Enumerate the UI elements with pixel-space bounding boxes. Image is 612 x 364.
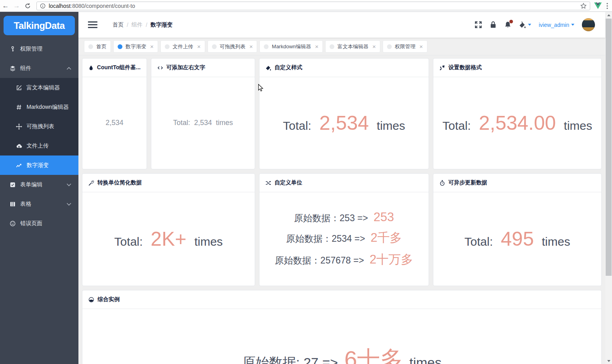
notification-bell-icon[interactable] bbox=[504, 21, 511, 28]
pound-icon bbox=[16, 104, 22, 110]
card-title: 自定义单位 bbox=[259, 174, 429, 192]
close-icon[interactable] bbox=[315, 44, 318, 49]
stopwatch-icon bbox=[439, 180, 445, 186]
address-bar[interactable]: localhost:8080/component/count-to bbox=[36, 2, 590, 10]
compose-icon bbox=[16, 85, 22, 91]
shuffle-icon bbox=[265, 180, 271, 186]
tag-markdown[interactable]: Markdown编辑器 bbox=[259, 40, 323, 53]
count-display: Total: 2,534 times bbox=[283, 112, 405, 135]
card-simplify-unit: 转换单位简化数据 Total: 2K+ times bbox=[82, 173, 255, 286]
breadcrumb-home[interactable]: 首页 bbox=[112, 21, 124, 28]
card-title: 自定义样式 bbox=[259, 59, 429, 77]
card-async-update: 可异步更新数据 Total: 495 times bbox=[433, 173, 602, 286]
theme-switcher[interactable] bbox=[519, 21, 531, 28]
card-title: CountTo组件基... bbox=[82, 59, 147, 77]
tag-dot bbox=[165, 44, 170, 49]
back-icon[interactable]: ← bbox=[0, 2, 11, 10]
chevron-down-icon bbox=[528, 24, 531, 26]
sidebar-item-rich-editor[interactable]: 富文本编辑器 bbox=[0, 78, 78, 97]
table-grid-icon bbox=[10, 201, 16, 207]
unit-row: 原始数据：257678 => 2十万多 bbox=[275, 251, 413, 268]
sidebar-item-table[interactable]: 表格 bbox=[0, 194, 78, 214]
chevron-down-icon bbox=[571, 24, 574, 26]
scrollbar-thumb[interactable] bbox=[606, 19, 612, 276]
browser-menu-icon[interactable] bbox=[606, 3, 608, 9]
sidebar-item-markdown[interactable]: Markdown编辑器 bbox=[0, 97, 78, 117]
card-custom-style: 自定义样式 Total: 2,534 times bbox=[259, 58, 429, 169]
user-dropdown[interactable]: iview_admin bbox=[539, 22, 574, 28]
card-title: 转换单位简化数据 bbox=[82, 174, 255, 192]
sidebar-item-label: 表格 bbox=[20, 201, 67, 208]
tag-draggable[interactable]: 可拖拽列表 bbox=[208, 40, 257, 53]
sidebar-item-label: 文件上传 bbox=[27, 142, 71, 150]
notification-badge bbox=[509, 20, 513, 23]
tag-upload[interactable]: 文件上传 bbox=[160, 40, 205, 53]
close-icon[interactable] bbox=[372, 44, 376, 49]
card-data-format: 设置数据格式 Total: 2,534.00 times bbox=[433, 58, 602, 169]
paint-bucket-icon bbox=[519, 21, 526, 28]
scrollbar-down-arrow[interactable] bbox=[605, 358, 612, 364]
sidebar-item-label: 权限管理 bbox=[20, 46, 71, 53]
sidebar-item-draggable[interactable]: 可拖拽列表 bbox=[0, 117, 78, 136]
tag-permission[interactable]: 权限管理 bbox=[383, 40, 427, 53]
breadcrumb-current: 数字渐变 bbox=[151, 21, 173, 28]
sidebar-item-error-page[interactable]: 错误页面 bbox=[0, 214, 78, 233]
sidebar-item-components[interactable]: 组件 bbox=[0, 59, 78, 78]
tag-label: 富文本编辑器 bbox=[337, 43, 368, 50]
tag-bar: 首页 数字渐变 文件上传 可拖拽列表 Markdown编辑器 富文本编辑器 bbox=[78, 38, 605, 55]
tag-count-to[interactable]: 数字渐变 bbox=[113, 40, 158, 53]
refresh-icon[interactable] bbox=[22, 3, 33, 9]
fullscreen-icon[interactable] bbox=[475, 21, 482, 28]
card-left-right-text: 可添加左右文字 Total:2,534times bbox=[151, 58, 255, 169]
count-display: Total: 2,534.00 times bbox=[442, 112, 592, 135]
tag-label: Markdown编辑器 bbox=[272, 43, 311, 50]
key-icon bbox=[10, 46, 16, 52]
username-label: iview_admin bbox=[539, 22, 569, 28]
unit-row: 原始数据：2534 => 2千多 bbox=[286, 229, 402, 246]
sidebar-item-form-edit[interactable]: 表单编辑 bbox=[0, 175, 78, 194]
sidebar-item-label: 表单编辑 bbox=[20, 181, 67, 188]
tag-dot bbox=[264, 44, 269, 49]
page-content: CountTo组件基... 2,534 可添加左右文字 Total:2,534t… bbox=[78, 55, 605, 364]
close-icon[interactable] bbox=[197, 44, 201, 49]
logo[interactable]: TalkingData bbox=[4, 16, 75, 35]
layers-icon bbox=[10, 65, 16, 72]
close-icon[interactable] bbox=[250, 44, 253, 49]
chevron-down-icon bbox=[67, 183, 71, 186]
card-title: 设置数据格式 bbox=[433, 59, 601, 77]
components-submenu: 富文本编辑器 Markdown编辑器 可拖拽列表 文件上传 数字渐变 bbox=[0, 78, 78, 175]
chevron-up-icon bbox=[67, 67, 71, 70]
breadcrumb-separator: / bbox=[146, 22, 147, 28]
tag-label: 首页 bbox=[96, 43, 107, 50]
tag-label: 数字渐变 bbox=[126, 43, 146, 50]
vertical-scrollbar[interactable] bbox=[605, 12, 612, 364]
count-display: Total: 495 times bbox=[465, 228, 570, 250]
tag-label: 文件上传 bbox=[173, 43, 193, 50]
tag-rich-editor[interactable]: 富文本编辑器 bbox=[325, 40, 380, 53]
tag-label: 权限管理 bbox=[395, 43, 416, 50]
sidebar-item-count-to[interactable]: 数字渐变 bbox=[0, 155, 78, 175]
sidebar-item-upload[interactable]: 文件上传 bbox=[0, 136, 78, 155]
breadcrumb-section[interactable]: 组件 bbox=[132, 21, 143, 28]
tag-home[interactable]: 首页 bbox=[84, 40, 111, 53]
vue-devtools-icon[interactable] bbox=[594, 2, 602, 9]
waterdrop-icon bbox=[88, 65, 94, 71]
bookmark-star-icon[interactable] bbox=[580, 3, 587, 9]
close-icon[interactable] bbox=[419, 44, 423, 49]
lock-icon[interactable] bbox=[490, 21, 497, 28]
sidebar-item-permission[interactable]: 权限管理 bbox=[0, 39, 78, 59]
avatar[interactable] bbox=[582, 18, 595, 31]
sidebar-item-label: 组件 bbox=[20, 65, 67, 72]
tag-dot bbox=[118, 44, 122, 49]
scrollbar-up-arrow[interactable] bbox=[605, 12, 612, 18]
tag-dot bbox=[212, 44, 217, 49]
close-icon[interactable] bbox=[150, 44, 154, 49]
sidebar-item-label: 富文本编辑器 bbox=[27, 84, 71, 91]
page-info-icon[interactable] bbox=[40, 3, 46, 9]
forward-icon[interactable]: → bbox=[11, 2, 22, 10]
hamburger-menu-icon[interactable] bbox=[88, 20, 97, 30]
sidebar-item-label: 可拖拽列表 bbox=[27, 123, 71, 130]
breadcrumb-separator: / bbox=[127, 22, 128, 28]
count-display: Total: 2K+ times bbox=[114, 228, 223, 250]
main-area: 首页 / 组件 / 数字渐变 iview_admin bbox=[78, 12, 605, 364]
